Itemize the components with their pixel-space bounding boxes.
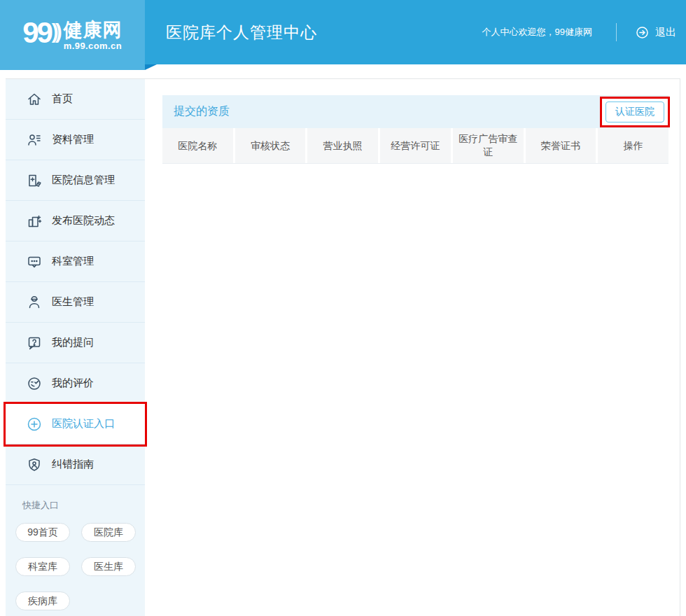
quick-links: 99首页 医院库 科室库 医生库 疾病库	[15, 523, 148, 616]
column-review-status: 审核状态	[235, 128, 306, 163]
sidebar-item-home[interactable]: 首页	[6, 79, 145, 120]
certify-hospital-button[interactable]: 认证医院	[606, 102, 664, 122]
quick-links-section: 快捷入口 99首页 医院库 科室库 医生库 疾病库	[6, 485, 145, 616]
sidebar-item-hospital-info[interactable]: 医院信息管理	[6, 160, 145, 201]
publish-news-icon	[25, 212, 43, 230]
sidebar-item-label: 医院信息管理	[52, 174, 115, 187]
sidebar-item-label: 首页	[52, 92, 73, 106]
logout-arrow-icon	[635, 25, 650, 40]
home-icon	[25, 90, 43, 108]
column-honor-certificate: 荣誉证书	[526, 128, 596, 163]
sidebar-item-label: 纠错指南	[52, 458, 94, 471]
column-hospital-name: 医院名称	[162, 128, 233, 163]
logo-number: 99	[22, 19, 51, 47]
review-smiley-icon	[25, 374, 43, 393]
column-operating-permit: 经营许可证	[380, 128, 451, 163]
sidebar-item-label: 资料管理	[52, 133, 94, 146]
sidebar-item-departments[interactable]: 科室管理	[6, 241, 145, 282]
page-title: 医院库个人管理中心	[166, 0, 317, 64]
highlight-box-certify-button: 认证医院	[600, 97, 670, 127]
sidebar-item-hospital-certification[interactable]: 医院认证入口	[6, 404, 145, 444]
sidebar-item-my-questions[interactable]: 我的提问	[6, 323, 145, 363]
header-divider	[616, 23, 617, 41]
logout-label: 退出	[655, 26, 676, 39]
panel-title: 提交的资质	[174, 104, 230, 119]
logo-domain: m.99.com.cn	[64, 41, 122, 51]
site-logo[interactable]: 99 )) 健康网 m.99.com.cn	[0, 0, 145, 70]
sidebar: 首页 资料管理 医院信息管理 发布医院动	[6, 79, 145, 616]
quick-link-department-db[interactable]: 科室库	[15, 557, 70, 576]
content-container: 首页 资料管理 医院信息管理 发布医院动	[6, 78, 680, 616]
sidebar-item-label: 医院认证入口	[52, 417, 115, 430]
sidebar-item-label: 科室管理	[52, 255, 94, 268]
logo-arcs-icon: ))	[52, 20, 59, 43]
header-user-area: 个人中心欢迎您，99健康网 退出	[482, 0, 676, 64]
column-business-license: 营业执照	[307, 128, 378, 163]
hospital-info-icon	[25, 172, 43, 190]
column-medical-ad-certificate: 医疗广告审查证	[453, 128, 524, 163]
sidebar-item-error-guide[interactable]: 纠错指南	[6, 444, 145, 485]
quick-link-99-home[interactable]: 99首页	[15, 523, 70, 542]
quick-link-hospital-db[interactable]: 医院库	[81, 523, 136, 542]
shield-person-icon	[25, 456, 43, 474]
sidebar-item-profile[interactable]: 资料管理	[6, 120, 145, 160]
qualification-table-header: 医院名称 审核状态 营业执照 经营许可证 医疗广告审查证 荣誉证书 操作	[162, 128, 668, 164]
department-chat-icon	[25, 253, 43, 271]
question-bubble-icon	[25, 334, 43, 352]
logo-brand: 健康网	[64, 20, 122, 40]
logout-button[interactable]: 退出	[635, 25, 676, 40]
sidebar-item-my-reviews[interactable]: 我的评价	[6, 363, 145, 404]
panel-header: 提交的资质 认证医院	[162, 95, 668, 128]
column-actions: 操作	[598, 128, 668, 163]
sidebar-item-label: 我的提问	[52, 336, 94, 349]
quick-link-disease-db[interactable]: 疾病库	[15, 592, 70, 610]
quick-link-doctor-db[interactable]: 医生库	[81, 557, 136, 576]
sidebar-item-label: 我的评价	[52, 377, 94, 390]
sidebar-item-label: 医生管理	[52, 295, 94, 309]
plus-circle-icon	[25, 415, 43, 433]
sidebar-item-label: 发布医院动态	[52, 214, 115, 227]
welcome-text: 个人中心欢迎您，99健康网	[482, 26, 592, 38]
quick-links-title: 快捷入口	[22, 499, 145, 512]
doctor-icon	[25, 293, 43, 312]
sidebar-item-doctors[interactable]: 医生管理	[6, 282, 145, 323]
sidebar-item-publish-news[interactable]: 发布医院动态	[6, 201, 145, 241]
logo-fold-ribbon	[145, 64, 157, 70]
profile-icon	[25, 131, 43, 149]
logo-wordmark: 99 )) 健康网 m.99.com.cn	[22, 19, 122, 51]
main-content: 提交的资质 认证医院 医院名称 审核状态 营业执照 经营许可证 医疗广告审查证 …	[162, 95, 668, 164]
